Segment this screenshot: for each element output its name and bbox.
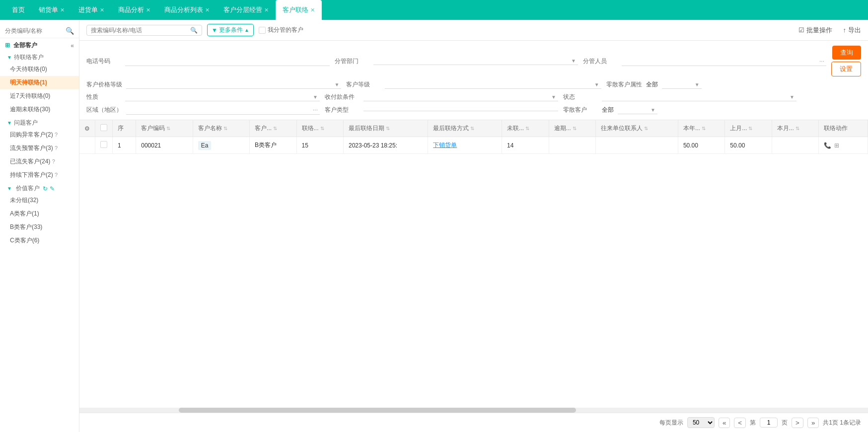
- nav-close-product-analysis[interactable]: ✕: [146, 7, 150, 13]
- th-gear[interactable]: ⚙: [79, 120, 95, 137]
- th-name[interactable]: 客户名称⇅: [193, 120, 249, 137]
- th-last-month[interactable]: 上月...⇅: [725, 120, 772, 137]
- page-number-input[interactable]: [760, 418, 778, 428]
- nav-customer-contact[interactable]: 客户联络 ✕: [276, 0, 322, 20]
- sidebar-item-today-contact[interactable]: 今天待联络(0): [0, 63, 79, 76]
- sidebar-item-repurchase-abnormal[interactable]: 回购异常客户(2) ?: [0, 128, 79, 142]
- sidebar-search-input[interactable]: [5, 27, 66, 34]
- nav-home[interactable]: 首页: [5, 0, 32, 20]
- sidebar-all-customers[interactable]: ⊞ 全部客户 «: [0, 38, 79, 51]
- filter-retail-attr: 零散客户属性 全部 ▼: [606, 80, 861, 89]
- customer-type-select[interactable]: [363, 109, 558, 111]
- main-search-icon[interactable]: 🔍: [190, 27, 198, 34]
- nav-close-purchase[interactable]: ✕: [100, 7, 104, 13]
- data-table: ⚙ 序 客户编码⇅ 客户名称⇅ 客户...⇅ 联络...⇅ 最后联络日期⇅ 最后…: [79, 120, 868, 154]
- sort-icon-overdue: ⇅: [573, 126, 577, 131]
- sidebar-item-class-a[interactable]: A类客户(1): [0, 207, 79, 220]
- filter-row-2: 客户价格等级 ▼ 客户等级 ▼ 零散客户属性 全部: [86, 80, 861, 89]
- sidebar-item-churned[interactable]: 已流失客户(24) ?: [0, 155, 79, 168]
- chevron-down-icon-payment: ▼: [551, 94, 556, 100]
- chevron-down-icon-status: ▼: [790, 94, 795, 100]
- th-overdue[interactable]: 逾期...⇅: [549, 120, 595, 137]
- row-check[interactable]: [95, 137, 113, 154]
- filter-dept: 分管部门 ▼: [335, 57, 578, 66]
- sidebar-item-class-c[interactable]: C类客户(6): [0, 234, 79, 247]
- main-search-input[interactable]: [91, 27, 190, 34]
- retail-attr-select[interactable]: ▼: [662, 81, 702, 89]
- content-area: 🔍 ▼ 更多条件 ▲ 我分管的客户 ☑ 批量操作 ↑ 导出: [79, 20, 868, 432]
- filter-nature: 性质 ▼: [86, 93, 320, 101]
- th-check[interactable]: [95, 120, 113, 137]
- table-wrap: ⚙ 序 客户编码⇅ 客户名称⇅ 客户...⇅ 联络...⇅ 最后联络日期⇅ 最后…: [79, 120, 868, 408]
- row-code[interactable]: 000021: [136, 137, 193, 154]
- query-button[interactable]: 查询: [832, 46, 861, 60]
- sidebar-item-overdue-contact[interactable]: 逾期未联络(30): [0, 103, 79, 116]
- my-customer-checkbox[interactable]: 我分管的客户: [259, 26, 303, 34]
- sidebar-item-churn-warning[interactable]: 流失预警客户(3) ?: [0, 142, 79, 155]
- nav-close-customer-contact[interactable]: ✕: [310, 7, 315, 13]
- checkbox-icon-batch: ☑: [798, 26, 804, 34]
- set-button[interactable]: 设置: [831, 62, 861, 76]
- person-select[interactable]: ···: [622, 57, 826, 66]
- retail-customer-select[interactable]: ▼: [618, 106, 657, 114]
- dept-select[interactable]: ▼: [373, 57, 578, 65]
- status-select[interactable]: ▼: [602, 93, 796, 101]
- horizontal-scrollbar[interactable]: [79, 408, 868, 413]
- th-contact[interactable]: 联络...⇅: [296, 120, 343, 137]
- sidebar-item-class-b[interactable]: B类客户(33): [0, 220, 79, 234]
- first-page-btn[interactable]: «: [719, 418, 730, 428]
- phone-input[interactable]: [125, 57, 330, 66]
- scrollbar-thumb[interactable]: [179, 408, 576, 413]
- export-btn[interactable]: ↑ 导出: [843, 26, 862, 35]
- region-select[interactable]: ···: [126, 105, 320, 115]
- th-unit-contact[interactable]: 往来单位联系人⇅: [595, 120, 678, 137]
- row-contact: 15: [296, 137, 343, 154]
- nav-product-analysis[interactable]: 商品分析 ✕: [111, 0, 157, 20]
- th-last-contact-method[interactable]: 最后联络方式⇅: [428, 120, 502, 137]
- th-index: 序: [113, 120, 136, 137]
- nav-sales[interactable]: 销货单 ✕: [32, 0, 72, 20]
- th-code[interactable]: 客户编码⇅: [136, 120, 193, 137]
- nav-close-customer-tier[interactable]: ✕: [264, 7, 269, 13]
- nav-customer-tier[interactable]: 客户分层经营 ✕: [217, 0, 276, 20]
- sidebar-item-tomorrow-contact[interactable]: 明天待联络(1): [0, 76, 79, 89]
- phone-icon[interactable]: 📞: [824, 142, 831, 149]
- payment-select[interactable]: ▼: [363, 93, 558, 101]
- sidebar-item-ungrouped[interactable]: 未分组(32): [0, 194, 79, 207]
- group-title-pending[interactable]: ▼ 待联络客户: [0, 51, 79, 63]
- customer-level-select[interactable]: ▼: [385, 81, 601, 89]
- edit-icon[interactable]: ✎: [50, 185, 55, 192]
- price-grade-select[interactable]: ▼: [126, 81, 341, 89]
- per-page-select[interactable]: 50 100: [687, 417, 715, 428]
- chevron-down-icon-level: ▼: [594, 82, 599, 87]
- th-type[interactable]: 客户...⇅: [250, 120, 296, 137]
- nav-product-analysis-list[interactable]: 商品分析列表 ✕: [157, 0, 217, 20]
- th-no-contact[interactable]: 未联...⇅: [502, 120, 549, 137]
- last-page-btn[interactable]: »: [807, 418, 819, 428]
- row-last-contact-date: 2023-05-23 18:25:: [343, 137, 428, 154]
- refresh-icon[interactable]: ↻: [43, 185, 48, 192]
- th-this-year[interactable]: 本年...⇅: [678, 120, 724, 137]
- row-last-contact-method[interactable]: 下销货单: [428, 137, 502, 154]
- row-name[interactable]: Ea: [193, 137, 249, 154]
- nav-close-product-analysis-list[interactable]: ✕: [205, 7, 210, 13]
- group-title-problem[interactable]: ▼ 问题客户: [0, 116, 79, 128]
- more-filter-btn[interactable]: ▼ 更多条件 ▲: [207, 24, 254, 36]
- sidebar-item-declining[interactable]: 持续下滑客户(2) ?: [0, 168, 79, 182]
- batch-op-btn[interactable]: ☑ 批量操作: [798, 26, 832, 35]
- chevron-down-icon-retail: ▼: [695, 82, 700, 87]
- th-last-contact-date[interactable]: 最后联络日期⇅: [343, 120, 428, 137]
- row-gear[interactable]: [79, 137, 95, 154]
- nature-select[interactable]: ▼: [125, 93, 320, 101]
- th-this-month[interactable]: 本月...⇅: [772, 120, 818, 137]
- search-bar: 🔍 ▼ 更多条件 ▲ 我分管的客户 ☑ 批量操作 ↑ 导出: [79, 20, 868, 41]
- group-title-value[interactable]: ▼ 价值客户 ↻ ✎: [0, 182, 79, 194]
- grid-icon-action[interactable]: ⊞: [834, 142, 839, 149]
- next-page-btn[interactable]: >: [792, 418, 803, 428]
- prev-page-btn[interactable]: <: [734, 418, 746, 428]
- nav-close-sales[interactable]: ✕: [60, 7, 65, 13]
- sidebar-search-icon[interactable]: 🔍: [66, 27, 74, 35]
- nav-purchase[interactable]: 进货单 ✕: [72, 0, 111, 20]
- sort-icon-no-contact: ⇅: [525, 126, 529, 131]
- sidebar-item-week-contact[interactable]: 近7天待联络(0): [0, 89, 79, 103]
